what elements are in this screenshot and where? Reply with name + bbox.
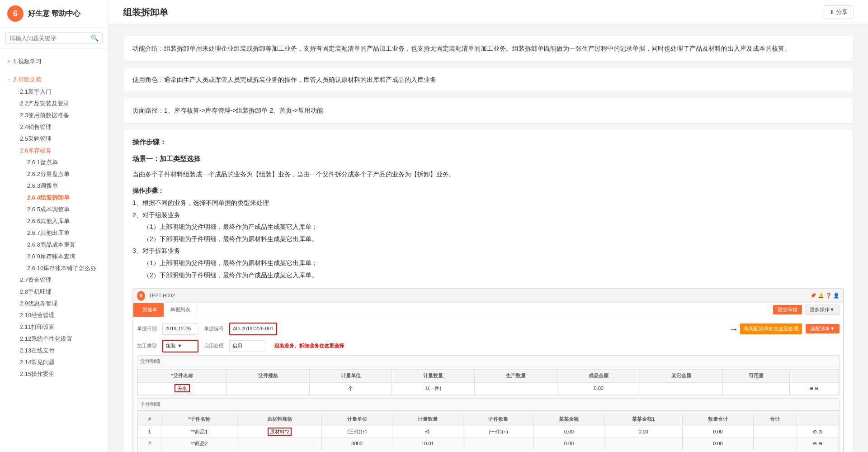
sim-btn-more[interactable]: 更多操作▼ bbox=[805, 305, 840, 315]
sidebar-nav: 1.视频学习 2.帮助文档 2.1新手入门 2.2产品安装及登录 2.3使用前数… bbox=[0, 49, 108, 452]
sim-logo: 6 bbox=[137, 291, 145, 301]
step2-2: （2）下部明细为子件明细，最终作为原材料生成某它出库单。 bbox=[132, 233, 844, 245]
sim-td-r2-2 bbox=[237, 438, 321, 450]
sidebar-item-261[interactable]: 2.6.1盘点单 bbox=[27, 157, 101, 168]
sidebar-header: 6 好生意 帮助中心 bbox=[0, 0, 108, 28]
nav-sub-label-262: 2.6.2分量盘点单 bbox=[27, 170, 70, 178]
sim-td-r2-9 bbox=[753, 438, 797, 450]
share-icon: ⬆ bbox=[830, 9, 834, 15]
sim-td-r2-7 bbox=[604, 438, 683, 450]
sidebar-item-268[interactable]: 2.6.8商品成本重算 bbox=[27, 239, 101, 251]
sim-td-r1-8: 0.00 bbox=[683, 426, 753, 438]
sidebar-item-212[interactable]: 2.12系统个性化设置 bbox=[20, 333, 101, 345]
sim-table1-label: 父件明细 bbox=[137, 356, 839, 368]
sim-td-r1-6: 0.00 bbox=[533, 426, 604, 438]
sim-tab-new[interactable]: 新建单 bbox=[136, 303, 164, 317]
content-area: 功能介绍：组装拆卸单用来处理企业组装或拆卸等加工业务，支持有固定装配清单的产品加… bbox=[108, 25, 868, 452]
sim-btn-approve[interactable]: 提交审核 bbox=[773, 305, 802, 314]
table-row: 2 **商品2 3000 10.01 0.00 0.00 bbox=[138, 438, 839, 450]
sim-th-1-9 bbox=[789, 370, 839, 383]
sim-th-2-9: 合计 bbox=[753, 413, 797, 426]
topbar: 组装拆卸单 ⬆ 分享 bbox=[108, 0, 868, 25]
sim-td-r1-3: (三件)(+) bbox=[321, 426, 392, 438]
sidebar-item-269[interactable]: 2.6.9库存账本查询 bbox=[27, 251, 101, 262]
sim-td-r2-10: ⊕ ⊖ bbox=[797, 438, 839, 450]
sim-company-code: TEST-H002 bbox=[149, 291, 175, 300]
sidebar-item-210[interactable]: 2.10经营管理 bbox=[20, 309, 101, 321]
step3: 3、对于拆卸业务 bbox=[132, 245, 844, 257]
sidebar-item-24[interactable]: 2.4销售管理 bbox=[20, 121, 101, 133]
sim-form-body: 单据日期 2019-12-26 单据编号 AD-20191226-001 → 有… bbox=[133, 317, 843, 452]
sidebar-item-267[interactable]: 2.6.7其他出库单 bbox=[27, 227, 101, 239]
main: 组装拆卸单 ⬆ 分享 功能介绍：组装拆卸单用来处理企业组装或拆卸等加工业务，支持… bbox=[108, 0, 868, 452]
nav-sub-label-261: 2.6.1盘点单 bbox=[27, 158, 58, 167]
share-button[interactable]: ⬆ 分享 bbox=[824, 5, 854, 19]
sim-td-r1-9 bbox=[753, 426, 797, 438]
sim-code-input[interactable]: AD-20191226-001 bbox=[229, 323, 277, 335]
sidebar-item-26[interactable]: 2.6库存核算 bbox=[20, 145, 101, 157]
sidebar-item-262[interactable]: 2.6.2分量盘点单 bbox=[27, 168, 101, 180]
page-title: 组装拆卸单 bbox=[123, 6, 168, 19]
sim-date-input[interactable]: 2019-12-26 bbox=[162, 323, 198, 335]
sidebar-item-214[interactable]: 2.14常见问题 bbox=[20, 357, 101, 368]
sidebar-item-266[interactable]: 2.6.6其他入库单 bbox=[27, 215, 101, 227]
sidebar-item-213[interactable]: 2.13在线支付 bbox=[20, 345, 101, 357]
nav-sub-label-267: 2.6.7其他出库单 bbox=[27, 229, 70, 237]
sim-th-2-10 bbox=[797, 413, 839, 426]
ops-block: 操作步骤： 场景一：加工类型选择 当由多个子件材料组装成一个成品的业务为【组装】… bbox=[123, 129, 854, 452]
step3-2: （2）下部明细为子件明细，最终作为产成品生成某它入库单。 bbox=[132, 269, 844, 281]
sim-enabled-input[interactable]: 启用 bbox=[229, 340, 265, 352]
nav-sub-label-25: 2.5采购管理 bbox=[20, 135, 52, 143]
sidebar-item-25[interactable]: 2.5采购管理 bbox=[20, 133, 101, 145]
sim-th-2-3: 计量单位 bbox=[321, 413, 392, 426]
step3-1: （1）上部明细为父件明细，最终作为原材料生成某它出库单； bbox=[132, 257, 844, 269]
sidebar-item-264[interactable]: 2.6.4组装拆卸单 bbox=[27, 192, 101, 204]
sim-td-r2-0: 2 bbox=[138, 438, 161, 450]
sidebar-item-28[interactable]: 2.8手机旺铺 bbox=[20, 286, 101, 298]
sim-table2: # *子件名称 原材料规格 计量单位 计量数量 子件数量 某某金额 某某金额1 … bbox=[137, 413, 839, 452]
sim-th-2-0: # bbox=[138, 413, 161, 426]
sidebar-item-23[interactable]: 2.3使用前数据准备 bbox=[20, 109, 101, 121]
nav-sub-label-266: 2.6.6其他入库单 bbox=[27, 217, 70, 225]
search-icon[interactable]: 🔍 bbox=[91, 34, 99, 42]
sim-td-1-2 bbox=[226, 383, 309, 395]
sidebar-item-211[interactable]: 2.11打印设置 bbox=[20, 321, 101, 333]
sidebar-item-27[interactable]: 2.7资金管理 bbox=[20, 274, 101, 286]
nav-sub-label-21: 2.1新手入门 bbox=[20, 88, 52, 96]
sidebar-item-29[interactable]: 2.9优惠券管理 bbox=[20, 298, 101, 309]
sim-th-2-4: 计量数量 bbox=[392, 413, 463, 426]
sim-table1: *父件名称 父件规格 计量单位 计量数量 生产数量 成品金额 某它金额 可用量 bbox=[137, 369, 839, 395]
intro-text: 功能介绍：组装拆卸单用来处理企业组装或拆卸等加工业务，支持有固定装配清单的产品加… bbox=[132, 45, 791, 52]
sidebar-item-video[interactable]: 1.视频学习 bbox=[7, 55, 101, 68]
nav-sub-label-26: 2.6库存核算 bbox=[20, 147, 52, 155]
sim-type-select[interactable]: 组装 ▼ bbox=[162, 340, 198, 352]
sim-th-1-8: 可用量 bbox=[723, 370, 790, 383]
sidebar-item-263[interactable]: 2.6.3调拨单 bbox=[27, 180, 101, 192]
search-input-wrap[interactable]: 🔍 bbox=[5, 32, 103, 44]
sim-th-2-1: *子件名称 bbox=[161, 413, 237, 426]
nav-sub-label-215: 2.15操作案例 bbox=[20, 370, 55, 378]
sidebar-item-21[interactable]: 2.1新手入门 bbox=[20, 86, 101, 98]
sidebar-item-2610[interactable]: 2.6.10库存账本错了怎么办 bbox=[27, 262, 101, 274]
nav-sub-label-214: 2.14常见问题 bbox=[20, 358, 55, 366]
sim-th-2-2: 原材料规格 bbox=[237, 413, 321, 426]
sidebar-item-22[interactable]: 2.2产品安装及登录 bbox=[20, 98, 101, 109]
sidebar-item-docs[interactable]: 2.帮助文档 bbox=[7, 73, 101, 86]
sidebar-item-215[interactable]: 2.15操作案例 bbox=[20, 368, 101, 380]
sim-code-label: 单据编号 bbox=[204, 324, 224, 333]
role-block: 使用角色：通常由生产人员或库管人员完成拆装业务的操作，库管人员确认原材料的出库和… bbox=[123, 67, 854, 93]
sim-tab-list[interactable]: 单据列表 bbox=[164, 303, 197, 317]
sim-th-1-4: 计量数量 bbox=[392, 370, 475, 383]
path-text: 页面路径：1、库存核算->库存管理->组装拆卸单 2、首页->常用功能 bbox=[132, 107, 323, 114]
sim-td-1-8 bbox=[723, 383, 790, 395]
sim-td-1-7 bbox=[640, 383, 723, 395]
sim-td-r2-4: 10.01 bbox=[392, 438, 463, 450]
step2-1: （1）上部明细为父件明细，最终作为产成品生成某它入库单； bbox=[132, 221, 844, 233]
sim-enabled-label: 启用处理 bbox=[204, 342, 224, 351]
sim-btn-select[interactable]: 选配清单▼ bbox=[806, 324, 840, 333]
table-row: 关水 个 1(一件) 0.00 ⊕ ⊖ bbox=[138, 383, 839, 395]
search-input[interactable] bbox=[9, 35, 91, 42]
sidebar-item-265[interactable]: 2.6.5成本调整单 bbox=[27, 204, 101, 215]
sim-td-r1-0: 1 bbox=[138, 426, 161, 438]
sim-orange-hint: 有装配清单的在这里处理 bbox=[740, 324, 802, 334]
